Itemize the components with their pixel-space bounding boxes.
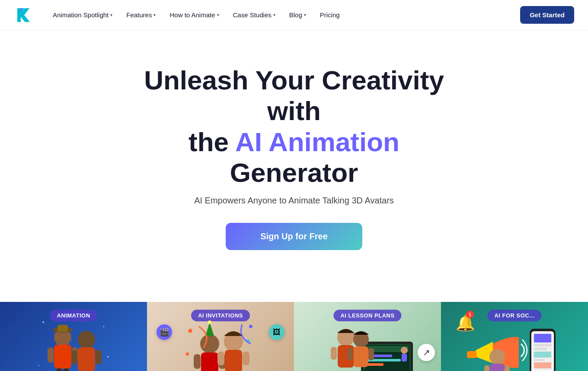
chevron-down-icon: ▾ xyxy=(217,13,219,17)
svg-rect-28 xyxy=(217,352,224,365)
nav-item-pricing[interactable]: Pricing xyxy=(314,8,346,22)
svg-point-30 xyxy=(188,329,192,333)
svg-point-10 xyxy=(78,331,95,348)
nav-right: Get Started xyxy=(520,6,574,24)
svg-rect-46 xyxy=(402,354,407,361)
svg-rect-67 xyxy=(484,365,489,371)
svg-point-21 xyxy=(200,334,219,353)
svg-point-18 xyxy=(38,365,40,366)
svg-rect-27 xyxy=(225,350,242,371)
svg-rect-24 xyxy=(194,354,201,369)
signup-cta-button[interactable]: Sign Up for Free xyxy=(226,223,362,250)
svg-rect-29 xyxy=(243,352,249,365)
hero-section: Unleash Your Creativity with the AI Anim… xyxy=(0,30,588,267)
svg-rect-5 xyxy=(54,345,71,368)
card-ai-social[interactable]: AI FOR SOC... 🔔 1 xyxy=(441,302,588,371)
svg-rect-62 xyxy=(534,352,551,358)
svg-point-23 xyxy=(208,320,211,324)
svg-rect-52 xyxy=(354,346,368,367)
chevron-down-icon: ▾ xyxy=(110,13,112,17)
get-started-button[interactable]: Get Started xyxy=(520,6,574,24)
svg-point-45 xyxy=(401,347,408,354)
svg-rect-64 xyxy=(534,362,551,368)
nav-item-animation-spotlight[interactable]: Animation Spotlight ▾ xyxy=(47,8,118,22)
card-ai-invitations[interactable]: AI INVITATIONS 🎬 🖼 🎤 xyxy=(147,302,294,371)
svg-rect-55 xyxy=(467,351,476,358)
nav-item-how-to-animate[interactable]: How to Animate ▾ xyxy=(163,8,225,22)
chevron-down-icon: ▾ xyxy=(273,13,275,17)
navbar: Animation Spotlight ▾ Features ▾ How to … xyxy=(0,0,588,30)
svg-rect-60 xyxy=(534,344,551,346)
svg-rect-9 xyxy=(63,368,69,371)
card-content-invitations xyxy=(147,302,294,371)
nav-item-case-studies[interactable]: Case Studies ▾ xyxy=(227,8,281,22)
svg-rect-13 xyxy=(96,350,102,365)
svg-rect-6 xyxy=(48,347,54,363)
card-animation[interactable]: ANIMATION xyxy=(0,302,147,371)
card-content-animation xyxy=(0,302,147,371)
svg-rect-11 xyxy=(78,347,95,371)
svg-rect-35 xyxy=(185,352,189,356)
svg-point-65 xyxy=(489,349,505,365)
card-ai-lesson-plans[interactable]: AI LESSON PLANS ↗ xyxy=(294,302,441,371)
hero-subtitle: AI Empowers Anyone to Animate Talking 3D… xyxy=(194,196,394,206)
svg-rect-3 xyxy=(58,325,68,332)
card-content-social: 😊 📱 🎯 xyxy=(441,302,588,371)
svg-rect-66 xyxy=(490,364,505,371)
logo[interactable] xyxy=(14,6,33,25)
chevron-down-icon: ▾ xyxy=(304,13,306,17)
nav-item-features[interactable]: Features ▾ xyxy=(120,8,162,22)
svg-rect-12 xyxy=(71,350,77,365)
svg-rect-49 xyxy=(331,347,337,360)
svg-rect-61 xyxy=(534,348,547,350)
svg-rect-42 xyxy=(366,363,383,366)
svg-point-16 xyxy=(42,321,44,323)
svg-rect-68 xyxy=(505,365,510,371)
nav-item-blog[interactable]: Blog ▾ xyxy=(283,8,312,22)
chevron-down-icon: ▾ xyxy=(153,13,156,17)
svg-rect-53 xyxy=(347,348,353,360)
svg-point-19 xyxy=(107,356,109,358)
svg-point-31 xyxy=(249,325,252,328)
card-content-lesson xyxy=(294,302,441,371)
feature-cards-row: ANIMATION xyxy=(0,302,588,371)
svg-rect-63 xyxy=(534,359,545,361)
hero-title: Unleash Your Creativity with the AI Anim… xyxy=(121,65,467,188)
svg-rect-59 xyxy=(534,334,551,342)
svg-point-17 xyxy=(103,326,105,327)
nav-links: Animation Spotlight ▾ Features ▾ How to … xyxy=(47,8,520,22)
svg-rect-8 xyxy=(56,368,62,371)
svg-rect-54 xyxy=(368,348,374,360)
svg-rect-22 xyxy=(201,352,218,371)
